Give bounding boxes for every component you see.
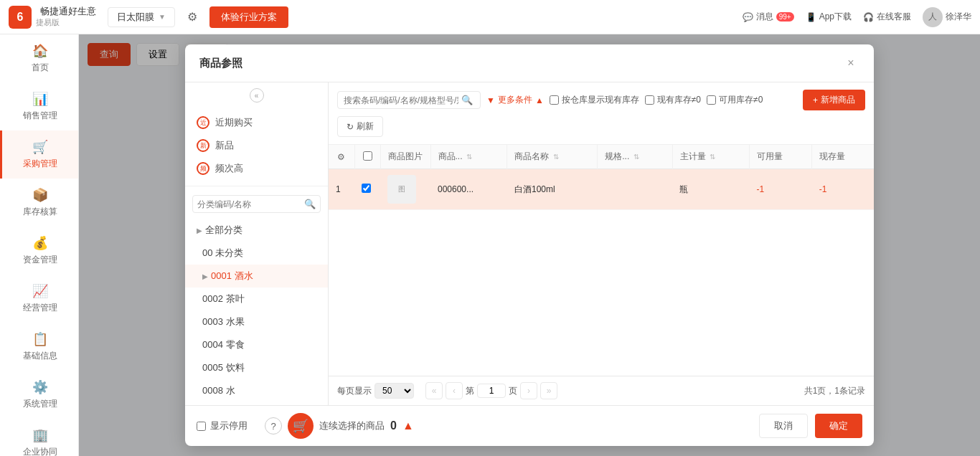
top-nav: 6 畅捷通好生意 捷易版 日太阳膜 ▼ ⚙ 体验行业方案 💬 消息 99+ 📱 … [0, 0, 980, 34]
th-code[interactable]: 商品... ⇅ [430, 145, 507, 169]
store-name: 日太阳膜 [117, 11, 154, 24]
show-disabled-checkbox[interactable]: 显示停用 [197, 419, 248, 432]
settings-icon[interactable]: ⚙ [181, 6, 204, 29]
category-0002[interactable]: 0002 茶叶 [185, 288, 328, 310]
modal-close-button[interactable]: × [842, 54, 859, 72]
th-spec[interactable]: 规格... ⇅ [598, 145, 672, 169]
online-service-item[interactable]: 🎧 在线客服 [863, 11, 911, 23]
category-search-input[interactable] [197, 199, 301, 209]
category-0003[interactable]: 0003 水果 [185, 310, 328, 333]
sidebar-item-purchase[interactable]: 🛒 采购管理 [0, 130, 78, 179]
product-search-icon[interactable]: 🔍 [461, 95, 473, 105]
name-sort-icon: ⇅ [553, 153, 559, 161]
cart-collapse-icon[interactable]: ▲ [402, 419, 414, 432]
sidebar-item-operations[interactable]: 📈 经营管理 [0, 275, 78, 323]
category-00[interactable]: 00 未分类 [185, 242, 328, 265]
mobile-icon: 📱 [806, 12, 816, 22]
footer-actions: 取消 确定 [759, 414, 862, 438]
row-checkbox[interactable] [362, 184, 371, 193]
home-icon: 🏠 [32, 43, 48, 59]
high-frequency-item[interactable]: 频 频次高 [185, 157, 328, 180]
sidebar-item-enterprise[interactable]: 🏢 企业协同 [0, 419, 78, 456]
try-industry-button[interactable]: 体验行业方案 [209, 6, 288, 28]
finance-icon: 💰 [32, 235, 48, 251]
row-spec [598, 169, 672, 210]
modal-footer: 显示停用 ? 🛒 连续选择的商品 0 ▲ 取消 确定 [185, 405, 874, 446]
spec-sort-icon: ⇅ [633, 153, 639, 161]
messages-item[interactable]: 💬 消息 99+ [743, 11, 794, 23]
sidebar-item-finance[interactable]: 💰 资金管理 [0, 227, 78, 275]
product-thumbnail: 图 [387, 175, 416, 204]
filter-collapse-icon: ▲ [535, 95, 544, 105]
next-page-button[interactable]: › [520, 382, 537, 399]
left-panel: « 近 近期购买 新 新品 频 [185, 82, 329, 405]
category-label: 全部分类 [205, 224, 242, 237]
page-nav: « ‹ 第 页 › » [425, 382, 557, 399]
category-all[interactable]: ▶ 全部分类 [185, 219, 328, 242]
th-unit[interactable]: 主计量 ⇅ [672, 145, 749, 169]
category-0005[interactable]: 0005 饮料 [185, 356, 328, 379]
product-search-input[interactable] [344, 95, 458, 105]
sidebar-label-enterprise: 企业协同 [23, 446, 57, 456]
available-checkbox[interactable] [645, 95, 654, 105]
category-0001[interactable]: ▶ 0001 酒水 [185, 265, 328, 288]
sidebar-item-inventory[interactable]: 📦 库存核算 [0, 179, 78, 227]
sidebar-item-basic[interactable]: 📋 基础信息 [0, 323, 78, 371]
usable-label: 可用库存≠0 [719, 94, 763, 106]
th-name[interactable]: 商品名称 ⇅ [507, 145, 598, 169]
user-profile[interactable]: 人 徐泽华 [923, 7, 971, 27]
th-settings[interactable]: ⚙ [329, 145, 354, 169]
product-reference-modal: 商品参照 × « 近 近期购买 [185, 44, 874, 446]
recent-purchase-item[interactable]: 近 近期购买 [185, 111, 328, 134]
cancel-button[interactable]: 取消 [759, 414, 808, 438]
category-0008[interactable]: 0008 水 [185, 379, 328, 399]
sidebar-label-purchase: 采购管理 [23, 158, 57, 170]
warehouse-label: 按仓库显示现有库存 [562, 94, 639, 106]
prev-page-button[interactable]: ‹ [446, 382, 463, 399]
first-page-button[interactable]: « [425, 382, 443, 399]
headset-icon: 🎧 [863, 12, 874, 22]
table-row[interactable]: 1 图 000600... 白酒100ml [329, 169, 874, 210]
available-filter[interactable]: 现有库存≠0 [645, 94, 701, 106]
sidebar-label-operations: 经营管理 [23, 302, 57, 314]
quick-links: 近 近期购买 新 新品 频 频次高 [185, 111, 328, 186]
category-search-box: 🔍 [192, 195, 321, 213]
show-disabled-input[interactable] [197, 422, 206, 431]
refresh-list-button[interactable]: ↻ 刷新 [337, 116, 383, 137]
cart-button[interactable]: 🛒 [288, 413, 314, 439]
app-download-item[interactable]: 📱 App下载 [806, 11, 852, 23]
current-page-input[interactable] [477, 384, 506, 398]
new-icon: 新 [197, 139, 209, 152]
usable-checkbox[interactable] [707, 95, 716, 105]
usable-filter[interactable]: 可用库存≠0 [707, 94, 763, 106]
help-icon[interactable]: ? [265, 417, 282, 434]
category-0005-label: 0005 饮料 [202, 361, 245, 374]
warehouse-filter[interactable]: 按仓库显示现有库存 [550, 94, 639, 106]
collapse-panel-button[interactable]: « [250, 88, 264, 103]
recent-label: 近期购买 [215, 116, 253, 129]
select-all-checkbox[interactable] [363, 151, 372, 161]
row-code: 000600... [430, 169, 507, 210]
confirm-button[interactable]: 确定 [815, 414, 862, 438]
sidebar-label-finance: 资金管理 [23, 254, 57, 266]
last-page-button[interactable]: » [540, 382, 557, 399]
sidebar-item-system[interactable]: ⚙️ 系统管理 [0, 371, 78, 419]
warehouse-checkbox[interactable] [550, 95, 559, 105]
add-product-button[interactable]: + 新增商品 [803, 90, 865, 110]
category-0004[interactable]: 0004 零食 [185, 333, 328, 356]
sidebar-item-sales[interactable]: 📊 销售管理 [0, 82, 78, 130]
spec-col-label: 规格... [605, 151, 629, 161]
store-dropdown[interactable]: 日太阳膜 ▼ [108, 7, 175, 27]
total-records-info: 共1页，1条记录 [804, 385, 865, 397]
per-page-select[interactable]: 50 100 200 [374, 383, 414, 399]
sidebar-item-home[interactable]: 🏠 首页 [0, 34, 78, 82]
page-text-label: 第 [466, 385, 474, 397]
unit-col-label: 主计量 [680, 151, 706, 161]
code-col-label: 商品... [438, 151, 463, 161]
page-suffix-label: 页 [509, 385, 517, 397]
category-search-icon[interactable]: 🔍 [304, 199, 316, 209]
logo-icon: 6 [9, 6, 32, 29]
filter-more-button[interactable]: ▼ 更多条件 ▲ [486, 94, 544, 106]
content-area: 查询 设置 刷新 商品参照 × « [79, 34, 980, 456]
new-product-item[interactable]: 新 新品 [185, 134, 328, 157]
